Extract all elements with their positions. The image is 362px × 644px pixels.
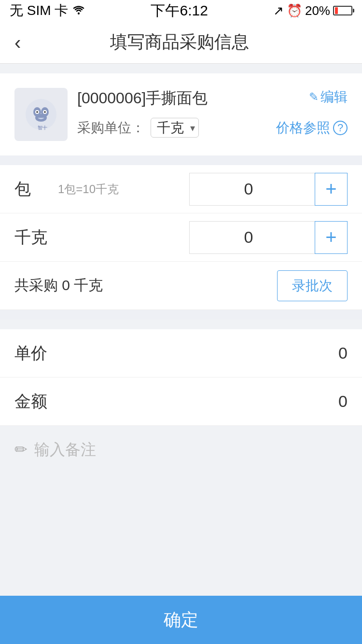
help-icon: ? — [333, 121, 348, 135]
edit-label: 编辑 — [320, 88, 348, 106]
bao-input-right: + — [189, 173, 348, 206]
qianke-input-right: + — [189, 221, 348, 254]
product-unit-row: 采购单位： 千克 包 箱 价格参照 ? — [77, 118, 348, 138]
svg-point-7 — [44, 111, 46, 113]
qianke-quantity-input[interactable] — [189, 221, 315, 254]
product-info: [0000006]手撕面包 ✎ 编辑 采购单位： 千克 包 箱 价格参照 ? — [77, 88, 348, 138]
svg-text:智十: 智十 — [38, 125, 47, 130]
unit-price-value: 0 — [338, 344, 348, 363]
qianke-label: 千克 — [14, 226, 53, 249]
status-bar: 无 SIM 卡 下午6:12 ↗ ⏰ 20% — [0, 0, 362, 21]
bao-sublabel: 1包=10千克 — [58, 182, 119, 197]
back-button[interactable]: ‹ — [14, 33, 21, 52]
product-name: [0000006]手撕面包 — [77, 88, 208, 109]
product-header: [0000006]手撕面包 ✎ 编辑 — [77, 88, 348, 109]
input-section: 包 1包=10千克 + 千克 + — [0, 165, 362, 262]
status-time: 下午6:12 — [151, 1, 208, 21]
notes-section[interactable]: ✏ 输入备注 — [0, 426, 362, 600]
product-image: 智十 — [14, 88, 68, 141]
summary-text: 共采购 0 千克 — [14, 276, 103, 295]
price-ref-label: 价格参照 — [276, 119, 330, 137]
edit-button[interactable]: ✎ 编辑 — [309, 88, 348, 106]
alarm-icon: ⏰ — [287, 3, 302, 18]
price-row-unit: 单价 0 — [0, 329, 362, 378]
battery-icon — [333, 6, 352, 15]
unit-label: 采购单位： — [77, 119, 145, 137]
status-right: ↗ ⏰ 20% — [273, 3, 352, 18]
price-section: 单价 0 金额 0 — [0, 329, 362, 426]
wifi-icon — [72, 3, 85, 18]
section-divider-2 — [0, 310, 362, 320]
edit-icon: ✎ — [309, 90, 319, 104]
battery-percent: 20% — [305, 3, 330, 18]
bao-plus-button[interactable]: + — [315, 173, 348, 206]
record-batch-button[interactable]: 录批次 — [277, 270, 348, 301]
status-left: 无 SIM 卡 — [10, 1, 85, 20]
svg-point-6 — [36, 111, 38, 113]
confirm-button[interactable]: 确定 — [0, 596, 362, 644]
notes-placeholder: 输入备注 — [34, 439, 96, 461]
unit-select-wrapper[interactable]: 千克 包 箱 — [151, 118, 199, 138]
bao-quantity-input[interactable] — [189, 173, 315, 206]
summary-row: 共采购 0 千克 录批次 — [0, 262, 362, 310]
nav-bar: ‹ 填写商品采购信息 — [0, 21, 362, 64]
price-ref-button[interactable]: 价格参照 ? — [276, 119, 348, 137]
sim-label: 无 SIM 卡 — [10, 1, 68, 20]
page-title: 填写商品采购信息 — [30, 30, 328, 54]
unit-select[interactable]: 千克 包 箱 — [151, 118, 199, 138]
svg-point-0 — [78, 13, 80, 14]
qianke-plus-button[interactable]: + — [315, 221, 348, 254]
unit-price-label: 单价 — [14, 342, 47, 364]
input-row-qianke: 千克 + — [0, 213, 362, 262]
location-icon: ↗ — [273, 3, 284, 18]
price-row-amount: 金额 0 — [0, 378, 362, 426]
amount-label: 金额 — [14, 391, 47, 413]
input-row-bao: 包 1包=10千克 + — [0, 165, 362, 213]
bao-label: 包 — [14, 178, 53, 200]
amount-value: 0 — [338, 392, 348, 411]
product-card: 智十 [0000006]手撕面包 ✎ 编辑 采购单位： 千克 包 箱 价格参照 … — [0, 73, 362, 155]
section-divider-1 — [0, 155, 362, 165]
pencil-icon: ✏ — [14, 440, 28, 459]
